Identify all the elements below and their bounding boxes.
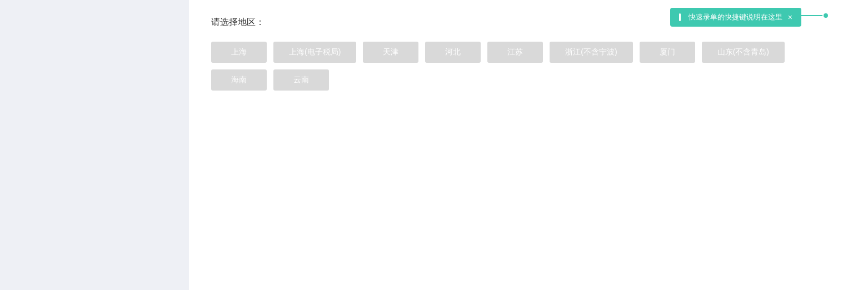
region-button-hebei[interactable]: 河北 xyxy=(425,42,481,63)
tooltip-close-button[interactable]: × xyxy=(788,13,792,21)
tooltip-line xyxy=(801,15,824,16)
region-button-yunnan[interactable]: 云南 xyxy=(273,69,329,91)
region-buttons-container: 上海上海(电子税局)天津河北江苏浙江(不含宁波)厦门山东(不含青岛)海南云南 xyxy=(211,42,846,91)
tooltip-dot xyxy=(822,12,829,19)
left-sidebar xyxy=(0,0,189,290)
tooltip-banner: 快速录单的快捷键说明在这里 × xyxy=(670,8,801,27)
region-button-jiangsu[interactable]: 江苏 xyxy=(487,42,543,63)
main-content: 请选择地区： 上海上海(电子税局)天津河北江苏浙江(不含宁波)厦门山东(不含青岛… xyxy=(189,0,868,290)
region-button-shandong[interactable]: 山东(不含青岛) xyxy=(702,42,785,63)
tooltip-text: 快速录单的快捷键说明在这里 xyxy=(689,12,782,22)
region-button-shanghai-etax[interactable]: 上海(电子税局) xyxy=(273,42,356,63)
region-button-tianjin[interactable]: 天津 xyxy=(363,42,418,63)
region-button-xiamen[interactable]: 厦门 xyxy=(640,42,695,63)
region-button-hainan[interactable]: 海南 xyxy=(211,69,267,91)
region-button-zhejiang[interactable]: 浙江(不含宁波) xyxy=(550,42,632,63)
region-button-shanghai[interactable]: 上海 xyxy=(211,42,267,63)
